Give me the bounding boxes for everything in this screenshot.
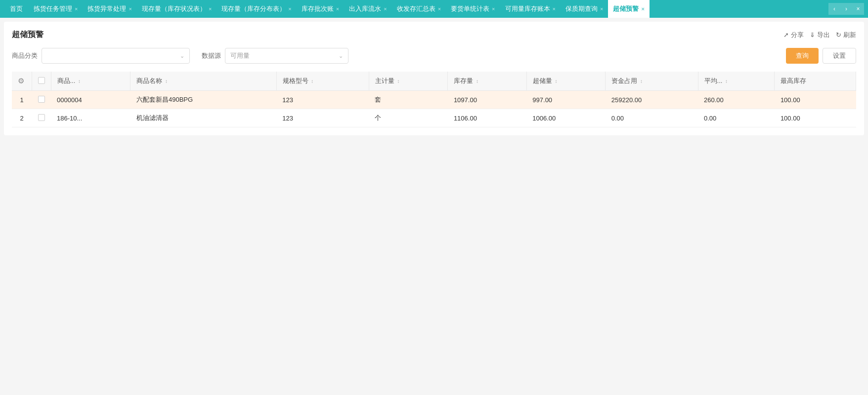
col-product-code: 商品... ↕: [51, 72, 130, 91]
product-stock: 1097.00: [448, 91, 526, 109]
filter-data-source: 数据源 可用量 ⌄: [202, 48, 348, 64]
data-table: ⚙ 商品... ↕ 商品名称 ↕ 规格型号 ↕ 主计量: [12, 72, 856, 127]
product-spec: 123: [276, 109, 369, 127]
export-icon: ⇓: [810, 31, 815, 39]
row-number: 2: [12, 109, 32, 127]
product-unit: 个: [369, 109, 447, 127]
nav-bar: 首页 拣货任务管理 × 拣货异常处理 × 现存量（库存状况表） × 现存量（库存…: [0, 0, 868, 18]
col-max-stock: 最高库存: [775, 72, 856, 91]
data-source-select[interactable]: 可用量 ⌄: [225, 48, 348, 64]
product-code: 0000004: [51, 91, 130, 109]
close-icon[interactable]: ×: [641, 6, 644, 12]
row-checkbox[interactable]: [38, 114, 45, 121]
close-icon[interactable]: ×: [438, 6, 441, 12]
chevron-down-icon: ⌄: [339, 53, 343, 59]
close-icon[interactable]: ×: [553, 6, 556, 12]
nav-tab-8[interactable]: 可用量库存账本 ×: [500, 0, 561, 18]
close-icon[interactable]: ×: [384, 6, 387, 12]
sort-icon[interactable]: ↕: [555, 79, 557, 84]
nav-tab-0[interactable]: 拣货任务管理 ×: [29, 0, 83, 18]
page-content: 超储预警 ➚ 分享 ⇓ 导出 ↻ 刷新 商品分类 ⌄ 数据源: [4, 22, 864, 135]
close-icon[interactable]: ×: [600, 6, 603, 12]
product-avg: 260.00: [698, 91, 775, 109]
query-button[interactable]: 查询: [786, 48, 819, 64]
nav-tab-2[interactable]: 现存量（库存状况表） ×: [137, 0, 217, 18]
product-avg: 0.00: [698, 109, 775, 127]
product-category-label: 商品分类: [12, 51, 38, 60]
nav-tab-1[interactable]: 拣货异常处理 ×: [83, 0, 136, 18]
sort-icon[interactable]: ↕: [78, 79, 81, 84]
product-unit: 套: [369, 91, 447, 109]
nav-tab-4[interactable]: 库存批次账 ×: [297, 0, 344, 18]
col-spec: 规格型号 ↕: [276, 72, 369, 91]
nav-tab-9[interactable]: 保质期查询 ×: [561, 0, 608, 18]
close-icon[interactable]: ×: [336, 6, 339, 12]
nav-next-button[interactable]: ›: [840, 3, 852, 15]
filter-row: 商品分类 ⌄ 数据源 可用量 ⌄ 查询 设置: [12, 48, 856, 64]
close-icon[interactable]: ×: [288, 6, 291, 12]
select-all-checkbox[interactable]: [38, 77, 45, 84]
product-max-stock: 100.00: [775, 91, 856, 109]
gear-icon[interactable]: ⚙: [18, 77, 24, 85]
refresh-icon: ↻: [836, 31, 841, 39]
page-title: 超储预警: [12, 30, 43, 40]
product-category-select[interactable]: ⌄: [42, 48, 190, 64]
chevron-down-icon: ⌄: [180, 53, 184, 59]
nav-tab-6[interactable]: 收发存汇总表 ×: [392, 0, 446, 18]
nav-tab-3[interactable]: 现存量（库存分布表） ×: [217, 0, 296, 18]
table-row[interactable]: 2 186-10... 机油滤清器 123 个 1106.00 1006.00 …: [12, 109, 856, 127]
col-product-name: 商品名称 ↕: [130, 72, 276, 91]
nav-tab-5[interactable]: 出入库流水 ×: [344, 0, 391, 18]
nav-home[interactable]: 首页: [4, 4, 29, 13]
close-icon[interactable]: ×: [75, 6, 78, 12]
close-icon[interactable]: ×: [129, 6, 131, 12]
nav-tab-7[interactable]: 要货单统计表 ×: [446, 0, 500, 18]
header-actions: ➚ 分享 ⇓ 导出 ↻ 刷新: [783, 31, 856, 40]
sort-icon[interactable]: ↕: [311, 79, 313, 84]
product-name: 六配套新昌490BPG: [130, 91, 276, 109]
sort-icon[interactable]: ↕: [165, 79, 168, 84]
row-checkbox[interactable]: [38, 96, 45, 103]
product-code: 186-10...: [51, 109, 130, 127]
settings-button[interactable]: 设置: [823, 48, 856, 64]
export-button[interactable]: ⇓ 导出: [810, 31, 830, 40]
share-icon: ➚: [783, 31, 789, 39]
sort-icon[interactable]: ↕: [397, 79, 400, 84]
refresh-button[interactable]: ↻ 刷新: [836, 31, 856, 40]
col-gear: ⚙: [12, 72, 32, 91]
product-capital: 259220.00: [606, 91, 698, 109]
product-overstock: 1006.00: [526, 109, 605, 127]
row-number: 1: [12, 91, 32, 109]
product-stock: 1106.00: [448, 109, 526, 127]
col-avg: 平均... ↕: [698, 72, 775, 91]
col-checkbox: [32, 72, 51, 91]
col-overstock: 超储量 ↕: [526, 72, 605, 91]
nav-prev-button[interactable]: ‹: [828, 3, 840, 15]
product-name: 机油滤清器: [130, 109, 276, 127]
row-checkbox-cell: [32, 91, 51, 109]
nav-tab-10[interactable]: 超储预警 ×: [608, 0, 649, 18]
data-source-label: 数据源: [202, 51, 221, 60]
nav-more-button[interactable]: ×: [852, 3, 864, 15]
col-stock: 库存量 ↕: [448, 72, 526, 91]
product-capital: 0.00: [606, 109, 698, 127]
product-max-stock: 100.00: [775, 109, 856, 127]
col-capital: 资金占用 ↕: [606, 72, 698, 91]
row-checkbox-cell: [32, 109, 51, 127]
close-icon[interactable]: ×: [209, 6, 212, 12]
sort-icon[interactable]: ↕: [640, 79, 643, 84]
sort-icon[interactable]: ↕: [725, 79, 728, 84]
col-unit: 主计量 ↕: [369, 72, 447, 91]
nav-arrow-group: ‹ › ×: [828, 3, 864, 15]
table-row[interactable]: 1 0000004 六配套新昌490BPG 123 套 1097.00 997.…: [12, 91, 856, 109]
action-buttons: 查询 设置: [786, 48, 856, 64]
sort-icon[interactable]: ↕: [476, 79, 478, 84]
filter-product-category: 商品分类 ⌄: [12, 48, 190, 64]
page-header: 超储预警 ➚ 分享 ⇓ 导出 ↻ 刷新: [12, 30, 856, 40]
close-icon[interactable]: ×: [492, 6, 495, 12]
product-overstock: 997.00: [526, 91, 605, 109]
share-button[interactable]: ➚ 分享: [783, 31, 804, 40]
product-spec: 123: [276, 91, 369, 109]
